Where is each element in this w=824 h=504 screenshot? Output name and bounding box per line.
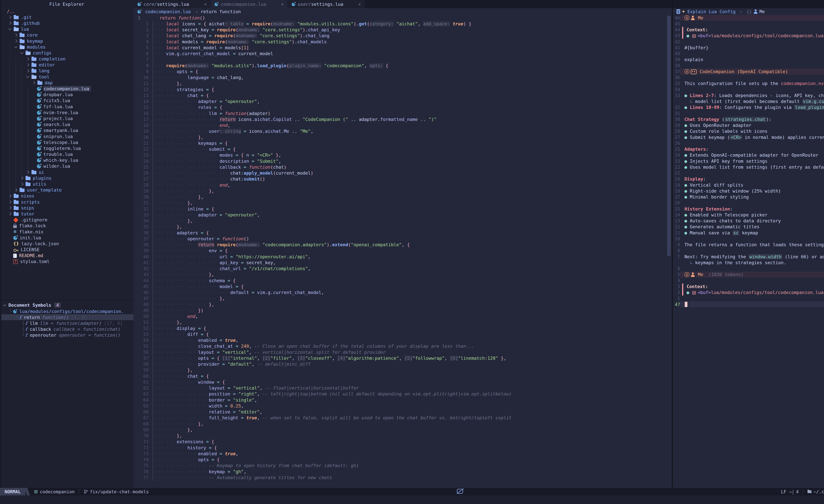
chat-line[interactable]: 30Chat Strategy (strategies.chat):	[673, 116, 824, 122]
code-line[interactable]: 63··· ··· ··· ··· ··· position = "right"…	[133, 391, 672, 397]
tab-settings.lua[interactable]: user/settings.lua×	[288, 0, 365, 8]
tree-item-ui[interactable]: ui	[0, 169, 133, 175]
tree-item-project.lua[interactable]: project.lua	[0, 115, 133, 121]
code-line[interactable]: 69··· ··· ··· },	[133, 427, 672, 433]
code-line[interactable]: 11··· ··· },	[133, 81, 672, 87]
chat-line[interactable]: 17● Minimal border styling	[673, 194, 824, 200]
tree-item-smartyank.lua[interactable]: smartyank.lua	[0, 127, 133, 133]
tree-item-lang[interactable]: lang	[0, 68, 133, 74]
chat-line[interactable]: 20Display:	[673, 176, 824, 182]
chat-line[interactable]: 31	[673, 110, 824, 116]
code-line[interactable]: 18··· ··· ··· ··· ··· ··· end,	[133, 122, 672, 128]
tree-item-stylua.toml[interactable]: Tstylua.toml	[0, 259, 133, 264]
code-line[interactable]: 26··· ··· ··· ··· ··· ··· ··· chat:apply…	[133, 170, 672, 176]
code-line[interactable]: 77··· ··· ··· ··· ··· -- Automatically g…	[133, 475, 672, 481]
code-line[interactable]: 7	[133, 57, 672, 62]
close-icon[interactable]: ×	[358, 2, 361, 7]
tree-item-trouble.lua[interactable]: trouble.lua	[0, 151, 133, 157]
editor-scrollbar[interactable]	[667, 16, 671, 256]
code-line[interactable]: 19··· ··· ··· ··· ··· user: string = ico…	[133, 128, 672, 134]
code-line[interactable]: 54··· ··· ··· ··· enabled = true,	[133, 337, 672, 343]
chat-line[interactable]: 4	[673, 277, 824, 283]
tab-settings.lua[interactable]: core/settings.lua×	[133, 0, 210, 8]
close-icon[interactable]: ×	[204, 2, 207, 7]
editor-window[interactable]: codecompanion.lua › return function 1ret…	[133, 8, 672, 488]
code-line[interactable]: 34··· ··· ··· },	[133, 218, 672, 224]
code-line[interactable]: 21··· ··· ··· ··· keymaps = {	[133, 140, 672, 146]
tree-item-nvim-tree.lua[interactable]: nvim-tree.lua	[0, 110, 133, 115]
chat-line[interactable]: 25Adapters:	[673, 146, 824, 152]
code-line[interactable]: 61··· ··· ··· ··· window = {	[133, 379, 672, 385]
code-line[interactable]: 10··· ··· ··· language = chat_lang,	[133, 75, 672, 81]
tree-item-toggleterm.lua[interactable]: toggleterm.lua	[0, 145, 133, 151]
tree-item-/..[interactable]: /..	[0, 8, 133, 14]
tree-item-sniprun.lua[interactable]: sniprun.lua	[0, 133, 133, 139]
tree-item-LICENSE[interactable]: LICENSE	[0, 247, 133, 253]
code-line[interactable]: 58··· ··· ··· ··· provider = "default", …	[133, 361, 672, 367]
code-line[interactable]: 38··· ··· ··· ··· return require(modname…	[133, 242, 672, 248]
chat-line[interactable]: ↳ keymaps in the strategies section.	[673, 260, 824, 265]
close-icon[interactable]: ×	[281, 2, 284, 7]
code-line[interactable]: 48··· ··· ··· ··· ··· },	[133, 301, 672, 307]
code-line[interactable]: 3··· local chat_lang = require(modname: …	[133, 33, 672, 39]
code-line[interactable]: 76··· ··· ··· ··· ··· keymap = "gh",	[133, 469, 672, 475]
codecompanion-chat-panel[interactable]: Explain Lua Config › {} Me 46Me4544Conte…	[673, 8, 824, 488]
code-line[interactable]: 24··· ··· ··· ··· ··· ··· description = …	[133, 158, 672, 164]
code-line[interactable]: 62··· ··· ··· ··· ··· layout = "vertical…	[133, 385, 672, 391]
chat-line[interactable]: 15History Extension:	[673, 206, 824, 212]
symbol-file[interactable]: └lua/modules/configs/tool/codecompanion.	[0, 308, 133, 314]
tree-item-codecompanion.lua[interactable]: codecompanion.lua	[0, 86, 133, 92]
tree-item-flake.nix[interactable]: ❄flake.nix	[0, 229, 133, 235]
tree-item-tool[interactable]: tool	[0, 74, 133, 80]
chat-line[interactable]: 8	[673, 248, 824, 254]
chat-line[interactable]: 26	[673, 140, 824, 146]
code-line[interactable]: 57··· ··· ··· ··· opts = { [1]"internal"…	[133, 355, 672, 361]
code-line[interactable]: 14··· ··· ··· ··· adapter = "openrouter"…	[133, 99, 672, 104]
code-line[interactable]: 1··· local icons = { aichat: table = req…	[133, 21, 672, 27]
tree-item-tutor[interactable]: tutor	[0, 211, 133, 217]
chat-line[interactable]: 38	[673, 62, 824, 69]
tree-item-completion[interactable]: completion	[0, 56, 133, 62]
code-line[interactable]: 72··· ··· ··· history = {	[133, 445, 672, 451]
chat-line[interactable]: 12● Generates automatic titles	[673, 224, 824, 230]
code-line[interactable]: 13··· ··· ··· chat = {	[133, 92, 672, 98]
code-line[interactable]: 45··· ··· ··· ··· ··· ··· model = {	[133, 283, 672, 289]
tree-item-scripts[interactable]: scripts	[0, 199, 133, 205]
command-line[interactable]	[0, 495, 824, 504]
tree-item-user_template[interactable]: user_template	[0, 187, 133, 193]
code-line[interactable]: 33··· ··· ··· ··· adapter = "openrouter"…	[133, 212, 672, 218]
chat-line[interactable]: 43● ▤ <buf>lua/modules/configs/tool/code…	[673, 33, 824, 39]
code-line[interactable]: 73··· ··· ··· ··· enabled = true,	[133, 451, 672, 457]
chat-line[interactable]: 40	[673, 51, 824, 57]
code-line[interactable]: 65··· ··· ··· ··· ··· width = 0.25,	[133, 403, 672, 409]
code-line[interactable]: 4··· local models = require(modname: "co…	[133, 39, 672, 45]
chat-line[interactable]: 32● Lines 10-99: Configures the plugin v…	[673, 104, 824, 110]
tree-item-fzf-lua.lua[interactable]: fzf-lua.lua	[0, 104, 133, 110]
symbol-return[interactable]: └freturnfunction()[1, 8]	[0, 314, 133, 320]
code-line[interactable]: 74··· ··· ··· ··· opts = {	[133, 457, 672, 463]
symbol-llm[interactable]: ├fllmllm = function(adapter)[17, 6]	[0, 320, 133, 326]
code-line[interactable]: 49··· ··· ··· ··· })	[133, 307, 672, 313]
chat-line[interactable]: 37CodeCompanion (OpenAI Compatible)	[673, 69, 824, 75]
chat-line[interactable]: 45	[673, 21, 824, 27]
chat-line[interactable]: 13● Auto-saves chats to data directory	[673, 218, 824, 224]
code-line[interactable]: 29··· ··· ··· ··· ··· },	[133, 188, 672, 194]
code-line[interactable]: 22··· ··· ··· ··· ··· submit = {	[133, 146, 672, 152]
tree-item-.gitignore[interactable]: .gitignore	[0, 217, 133, 223]
code-line[interactable]: 71··· ··· extensions = {	[133, 439, 672, 445]
tree-item-core[interactable]: core	[0, 32, 133, 38]
code-line[interactable]: 1return function()	[133, 15, 672, 21]
chat-line[interactable]: 14● Enabled with Telescope picker	[673, 212, 824, 218]
tree-item-fcitx5.lua[interactable]: fcitx5.lua	[0, 98, 133, 104]
chat-line[interactable]: 34	[673, 87, 824, 92]
code-line[interactable]: 37··· ··· ··· openrouter = function()	[133, 236, 672, 242]
chat-line[interactable]: 9The file returns a function that loads …	[673, 242, 824, 248]
tree-item-keymap[interactable]: keymap	[0, 38, 133, 44]
chat-line[interactable]: 16	[673, 200, 824, 206]
chat-line[interactable]: 33● Lines 2-7: Loads dependencies - icon…	[673, 92, 824, 98]
symbol-callback[interactable]: ├fcallbackcallback = function(chat)	[0, 326, 133, 332]
code-line[interactable]: 30··· ··· ··· ··· },	[133, 194, 672, 200]
tree-item-which-key.lua[interactable]: which-key.lua	[0, 157, 133, 163]
chat-line[interactable]: 46Me	[673, 15, 824, 21]
chat-line[interactable]: 11● Manual save via sc keymap	[673, 230, 824, 236]
